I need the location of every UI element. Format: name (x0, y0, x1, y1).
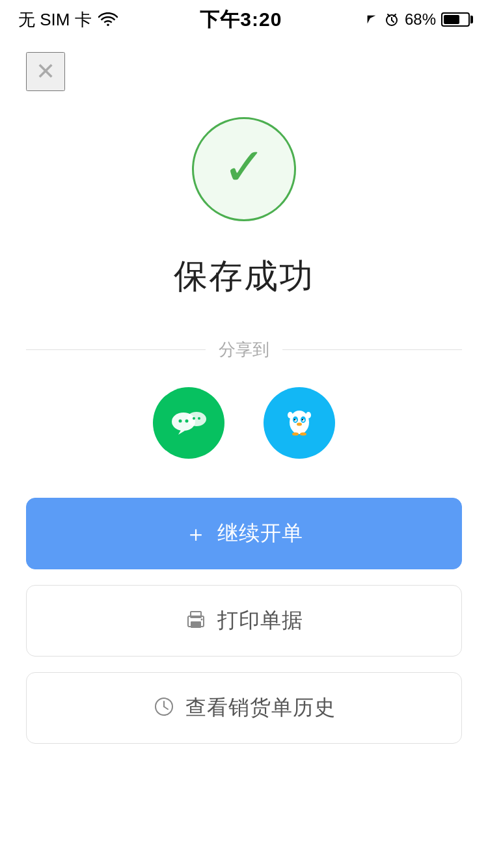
svg-point-19 (297, 423, 302, 426)
history-button[interactable]: 查看销货单历史 (26, 672, 462, 744)
svg-line-2 (392, 20, 394, 22)
carrier-text: 无 SIM 卡 (18, 8, 92, 31)
print-label: 打印单据 (217, 606, 303, 635)
location-icon (364, 12, 379, 27)
success-icon-circle: ✓ (192, 117, 296, 221)
clock-icon (153, 696, 175, 721)
svg-point-21 (292, 433, 299, 436)
wechat-share-button[interactable] (153, 387, 224, 459)
svg-marker-11 (178, 430, 185, 435)
svg-point-8 (185, 419, 188, 422)
time-display: 下午3:20 (200, 7, 282, 33)
main-content: ✕ ✓ 保存成功 分享到 (0, 39, 488, 868)
svg-point-23 (288, 412, 293, 418)
success-title: 保存成功 (174, 254, 314, 299)
svg-line-31 (164, 707, 168, 709)
checkmark-icon: ✓ (223, 141, 266, 193)
svg-point-7 (178, 419, 182, 422)
battery-bar-icon (441, 12, 470, 27)
carrier-info: 无 SIM 卡 (18, 8, 118, 31)
close-icon: ✕ (36, 60, 55, 83)
battery-percent: 68% (405, 10, 436, 29)
divider-right (282, 349, 462, 350)
svg-point-6 (187, 412, 206, 426)
qq-icon (280, 404, 318, 442)
plus-icon: ＋ (185, 522, 207, 545)
svg-point-17 (294, 419, 295, 420)
svg-point-10 (198, 417, 200, 420)
svg-point-9 (193, 417, 195, 420)
svg-point-24 (306, 412, 311, 418)
share-label: 分享到 (219, 338, 269, 361)
svg-point-22 (300, 433, 306, 436)
svg-point-28 (201, 618, 203, 620)
alarm-icon (384, 12, 400, 27)
printer-icon (185, 608, 207, 634)
close-button[interactable]: ✕ (26, 52, 65, 91)
wifi-icon (98, 12, 118, 27)
share-divider: 分享到 (26, 338, 462, 361)
share-icons-row (153, 387, 335, 459)
history-label: 查看销货单历史 (185, 694, 336, 722)
wechat-icon (168, 402, 210, 444)
battery-info: 68% (364, 10, 470, 29)
continue-label: 继续开单 (217, 519, 303, 548)
action-buttons: ＋ 继续开单 打印单据 (26, 498, 462, 744)
svg-point-18 (302, 419, 303, 420)
continue-button[interactable]: ＋ 继续开单 (26, 498, 462, 569)
divider-left (26, 349, 206, 350)
svg-rect-26 (191, 621, 201, 628)
print-button[interactable]: 打印单据 (26, 585, 462, 657)
qq-share-button[interactable] (264, 387, 335, 459)
status-bar: 无 SIM 卡 下午3:20 68% (0, 0, 488, 39)
